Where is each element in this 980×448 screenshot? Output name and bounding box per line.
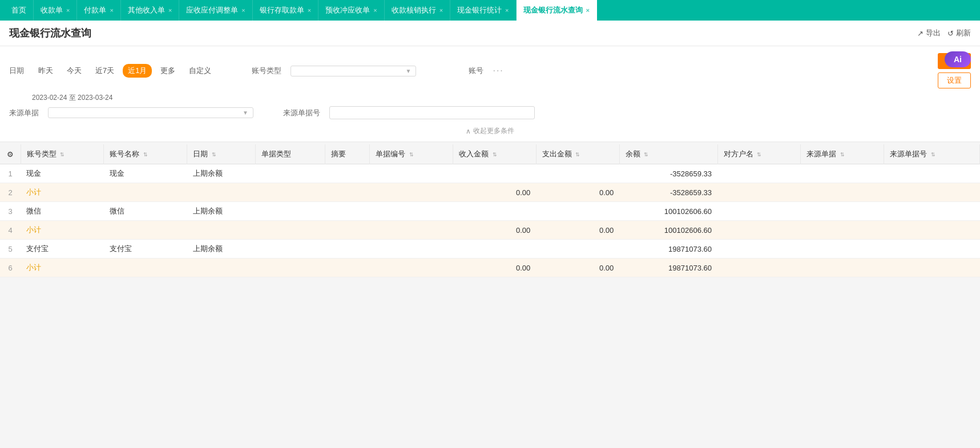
nav-item-cash-stat[interactable]: 现金银行统计 × [450,0,516,21]
account-label: 账号 [469,66,483,76]
nav-label-payment: 付款单 [84,5,106,15]
sort-icon-income: ⇅ [493,152,497,158]
date-btn-custom[interactable]: 自定义 [184,64,216,78]
cell-source_doc_no [884,183,980,202]
source-doc-no-input[interactable] [329,106,535,119]
th-expense[interactable]: 支出金额 ⇅ [536,144,619,164]
ai-button[interactable]: Ai [945,51,971,67]
cell-account_name [104,221,187,240]
cell-account_name [104,259,187,277]
refresh-button[interactable]: ↺ 刷新 [947,28,971,38]
cell-date: 上期余额 [187,164,256,183]
source-doc-no-label: 来源单据号 [283,108,320,118]
cell-expense: 0.00 [536,221,619,240]
date-btn-1month[interactable]: 近1月 [123,64,152,78]
date-btn-more[interactable]: 更多 [155,64,180,78]
close-icon-payment[interactable]: × [110,7,113,14]
cell-index: 4 [0,221,21,240]
cell-doc_type [256,240,325,259]
table-container: ⚙ 账号类型 ⇅ 账号名称 ⇅ 日期 ⇅ 单据类型 摘要 [0,144,980,277]
close-icon-prepay[interactable]: × [373,7,377,14]
cell-expense: 0.00 [536,259,619,277]
nav-item-adjustment[interactable]: 应收应付调整单 × [179,0,252,21]
th-doc-type[interactable]: 单据类型 [256,144,325,164]
collapse-bar[interactable]: ∧ 收起更多条件 [9,124,971,137]
th-settings[interactable]: ⚙ [0,144,21,164]
account-type-select[interactable]: ▼ [291,66,416,76]
nav-item-payment[interactable]: 付款单 × [77,0,120,21]
cell-account_name: 支付宝 [104,240,187,259]
nav-label-bank-deposit: 银行存取款单 [260,5,304,15]
th-income[interactable]: 收入金额 ⇅ [453,144,536,164]
cell-index: 6 [0,259,21,277]
nav-item-prepay[interactable]: 预收冲应收单 × [318,0,384,21]
source-doc-select[interactable]: ▼ [48,107,253,118]
nav-item-verify[interactable]: 收款核销执行 × [385,0,450,21]
nav-label-verify: 收款核销执行 [392,5,436,15]
nav-label-home: 首页 [11,5,26,15]
nav-item-receipt[interactable]: 收款单 × [34,0,77,21]
th-source-doc-no[interactable]: 来源单据号 ⇅ [884,144,980,164]
date-options: 昨天 今天 近7天 近1月 更多 自定义 [33,64,216,78]
header-actions: ↗ 导出 ↺ 刷新 [917,28,971,38]
th-summary[interactable]: 摘要 [325,144,369,164]
th-account-name[interactable]: 账号名称 ⇅ [104,144,187,164]
th-income-label: 收入金额 [459,150,489,158]
cell-date [187,183,256,202]
date-btn-yesterday[interactable]: 昨天 [33,64,58,78]
th-date[interactable]: 日期 ⇅ [187,144,256,164]
nav-label-cash-flow: 现金银行流水查询 [523,5,583,15]
page-title: 现金银行流水查询 [9,26,91,40]
sort-icon-doc-no: ⇅ [409,152,414,158]
date-btn-today[interactable]: 今天 [62,64,87,78]
th-account-type[interactable]: 账号类型 ⇅ [21,144,104,164]
cell-summary [325,183,369,202]
cell-income [453,164,536,183]
close-icon-adjustment[interactable]: × [241,7,245,14]
close-icon-verify[interactable]: × [439,7,443,14]
th-source-doc[interactable]: 来源单据 ⇅ [801,144,884,164]
close-icon-cash-stat[interactable]: × [505,7,509,14]
sort-icon-source-doc: ⇅ [840,152,845,158]
table-row[interactable]: 4小计0.000.00100102606.60 [0,221,980,240]
refresh-icon: ↺ [947,29,954,38]
table-row[interactable]: 3微信微信上期余额100102606.60 [0,202,980,221]
cell-income: 0.00 [453,221,536,240]
settings-button[interactable]: 设置 [938,72,971,88]
cell-account_name: 微信 [104,202,187,221]
cell-account_type: 小计 [21,183,104,202]
cell-counterparty [717,183,801,202]
close-icon-bank-deposit[interactable]: × [308,7,311,14]
refresh-label: 刷新 [956,28,971,38]
close-icon-receipt[interactable]: × [66,7,70,14]
cell-date: 上期余额 [187,240,256,259]
date-range-display: 2023-02-24 至 2023-03-24 [32,93,112,103]
nav-item-other-income[interactable]: 其他收入单 × [121,0,179,21]
cell-balance: -3528659.33 [619,164,717,183]
th-expense-label: 支出金额 [542,150,572,158]
cell-account_type: 小计 [21,221,104,240]
th-counterparty[interactable]: 对方户名 ⇅ [717,144,801,164]
table-row[interactable]: 5支付宝支付宝上期余额19871073.60 [0,240,980,259]
export-button[interactable]: ↗ 导出 [917,28,941,38]
cell-source_doc [801,183,884,202]
table-row[interactable]: 1现金现金上期余额-3528659.33 [0,164,980,183]
th-balance-label: 余额 [626,150,640,158]
table-row[interactable]: 2小计0.000.00-3528659.33 [0,183,980,202]
date-btn-7days[interactable]: 近7天 [90,64,119,78]
close-icon-other-income[interactable]: × [168,7,172,14]
cell-date: 上期余额 [187,202,256,221]
close-icon-cash-flow[interactable]: × [586,7,590,14]
cell-source_doc [801,164,884,183]
nav-item-cash-flow[interactable]: 现金银行流水查询 × [517,0,597,21]
th-balance[interactable]: 余额 ⇅ [619,144,717,164]
cell-doc_type [256,202,325,221]
account-dots[interactable]: ··· [493,66,503,76]
nav-item-home[interactable]: 首页 [5,0,34,21]
cell-counterparty [717,221,801,240]
nav-item-bank-deposit[interactable]: 银行存取款单 × [253,0,318,21]
table-row[interactable]: 6小计0.000.0019871073.60 [0,259,980,277]
data-table: ⚙ 账号类型 ⇅ 账号名称 ⇅ 日期 ⇅ 单据类型 摘要 [0,144,980,277]
th-doc-no[interactable]: 单据编号 ⇅ [370,144,453,164]
cell-income: 0.00 [453,259,536,277]
